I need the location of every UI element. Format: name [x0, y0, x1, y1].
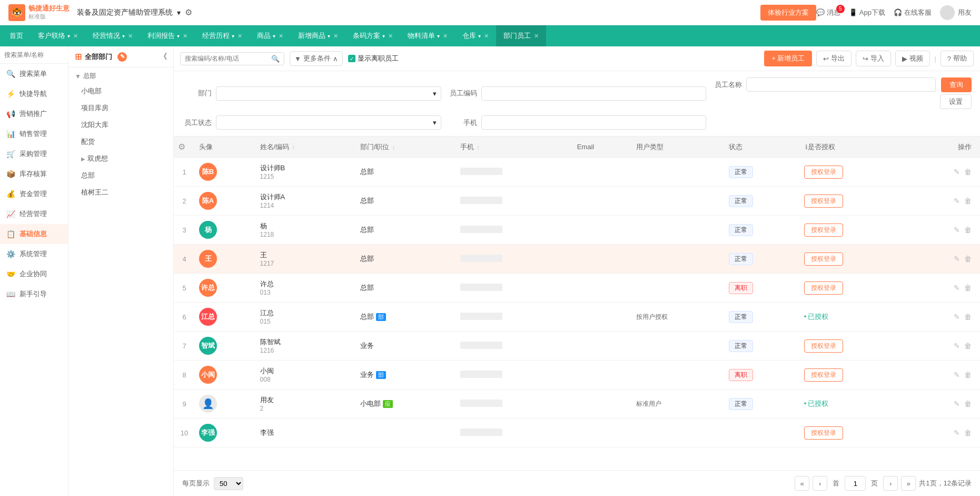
dept-item-headquarters[interactable]: 总部 — [68, 167, 173, 184]
settings-icon[interactable]: ⚙ — [178, 142, 185, 151]
edit-icon[interactable]: ✎ — [954, 313, 960, 321]
import-button[interactable]: ↪ 导入 — [856, 51, 891, 66]
sidebar-item-purchase[interactable]: 🛒采购管理 — [0, 144, 68, 164]
prev-page-button[interactable]: ‹ — [813, 476, 827, 491]
filter-button[interactable]: ▼ 更多条件 ∧ — [290, 51, 343, 66]
tab-history[interactable]: 经营历程▾✕ — [195, 25, 250, 46]
tab-operation[interactable]: 经营情况▾✕ — [85, 25, 140, 46]
messages-button[interactable]: 💬 消息 5 — [816, 8, 840, 17]
dept-collapse-icon[interactable]: 《 — [160, 52, 167, 62]
dept-item-shenyang[interactable]: 沈阳大库 — [68, 116, 173, 133]
edit-icon[interactable]: ✎ — [954, 226, 960, 234]
delete-icon[interactable]: 🗑 — [964, 400, 972, 408]
row-auth[interactable]: 授权登录 — [800, 216, 909, 245]
edit-icon[interactable]: ✎ — [954, 400, 960, 408]
sidebar-item-guide[interactable]: 📖新手引导 — [0, 284, 68, 304]
row-auth[interactable]: 授权登录 — [800, 419, 909, 448]
tab-close-icon[interactable]: ✕ — [484, 33, 489, 40]
row-auth[interactable]: 授权登录 — [800, 274, 909, 303]
dept-item-shuanghu[interactable]: ▶ 双虎想 — [68, 150, 173, 167]
sidebar-item-search[interactable]: 🔍搜索菜单 — [0, 64, 68, 84]
auth-button[interactable]: 授权登录 — [804, 426, 843, 440]
dept-item-planter[interactable]: 植树王二 — [68, 184, 173, 201]
video-button[interactable]: ▶ 视频 — [895, 51, 930, 66]
sidebar-item-finance[interactable]: 💰资金管理 — [0, 184, 68, 204]
edit-icon[interactable]: ✎ — [954, 197, 960, 205]
auth-button[interactable]: 授权登录 — [804, 339, 843, 353]
edit-icon[interactable]: ✎ — [954, 371, 960, 379]
tab-close-icon[interactable]: ✕ — [128, 33, 133, 40]
tab-profit[interactable]: 利润报告▾✕ — [140, 25, 195, 46]
delete-icon[interactable]: 🗑 — [964, 313, 972, 321]
export-button[interactable]: ↩ 导出 — [816, 51, 852, 66]
sidebar-item-collab[interactable]: 🤝企业协同 — [0, 264, 68, 284]
online-service-button[interactable]: 🎧 在线客服 — [894, 8, 932, 17]
tab-close-icon[interactable]: ✕ — [333, 33, 338, 40]
show-resigned-toggle[interactable]: ✓ 显示离职员工 — [348, 54, 399, 63]
tab-customer[interactable]: 客户联络▾✕ — [31, 25, 85, 46]
dept-item-small-elec[interactable]: 小电部 — [68, 83, 173, 100]
first-page-button[interactable]: « — [795, 476, 809, 491]
auth-button[interactable]: 授权登录 — [804, 252, 843, 266]
edit-icon[interactable]: ✎ — [954, 342, 960, 350]
tab-warehouse[interactable]: 仓库▾✕ — [455, 25, 496, 46]
query-button[interactable]: 查询 — [941, 77, 972, 92]
dept-edit-icon[interactable]: ✎ — [117, 52, 127, 62]
trial-button[interactable]: 体验行业方案 — [760, 5, 816, 21]
emp-name-input[interactable] — [746, 77, 936, 92]
last-page-button[interactable]: » — [901, 476, 916, 491]
edit-icon[interactable]: ✎ — [954, 168, 960, 176]
delete-icon[interactable]: 🗑 — [964, 342, 972, 350]
auth-button[interactable]: 授权登录 — [804, 368, 843, 382]
tab-close-icon[interactable]: ✕ — [443, 33, 448, 40]
row-auth[interactable]: 授权登录 — [800, 361, 909, 390]
edit-icon[interactable]: ✎ — [954, 429, 960, 437]
tab-close-icon[interactable]: ✕ — [183, 33, 187, 40]
row-auth[interactable]: 授权登录 — [800, 158, 909, 187]
tab-close-icon[interactable]: ✕ — [237, 33, 242, 40]
delete-icon[interactable]: 🗑 — [964, 255, 972, 263]
sidebar-item-inventory[interactable]: 📦库存核算 — [0, 164, 68, 184]
auth-button[interactable]: 授权登录 — [804, 166, 843, 179]
phone-input[interactable] — [481, 115, 707, 130]
row-auth[interactable]: 授权登录 — [800, 245, 909, 274]
dropdown-arrow-icon[interactable]: ▾ — [177, 8, 181, 17]
sidebar-item-system[interactable]: ⚙️系统管理 — [0, 244, 68, 264]
next-page-button[interactable]: › — [883, 476, 898, 491]
sidebar-item-marketing[interactable]: 📢营销推广 — [0, 104, 68, 124]
tab-goods[interactable]: 商品▾✕ — [250, 25, 291, 46]
delete-icon[interactable]: 🗑 — [964, 197, 972, 205]
auth-button[interactable]: 授权登录 — [804, 223, 843, 237]
sidebar-item-management[interactable]: 📈经营管理 — [0, 204, 68, 224]
delete-icon[interactable]: 🗑 — [964, 168, 972, 176]
row-auth[interactable]: 授权登录 — [800, 187, 909, 216]
page-size-select[interactable]: 50 20 100 — [214, 477, 243, 490]
help-button[interactable]: ? 帮助 — [941, 51, 974, 66]
tab-employees[interactable]: 部门员工✕ — [496, 25, 546, 46]
col-settings[interactable]: ⚙ — [174, 137, 195, 158]
search-input[interactable] — [185, 55, 269, 62]
col-phone[interactable]: 手机 ↕ — [456, 137, 573, 158]
delete-icon[interactable]: 🗑 — [964, 226, 972, 234]
dept-item-project[interactable]: 项目库房 — [68, 100, 173, 116]
row-auth[interactable]: 授权登录 — [800, 332, 909, 361]
tab-barcode[interactable]: 条码方案▾✕ — [345, 25, 400, 46]
page-input[interactable] — [845, 476, 866, 491]
auth-button[interactable]: 授权登录 — [804, 281, 843, 295]
dept-item-distribution[interactable]: 配货 — [68, 133, 173, 150]
delete-icon[interactable]: 🗑 — [964, 284, 972, 292]
col-name[interactable]: 姓名/编码 ↕ — [256, 137, 356, 158]
app-download-button[interactable]: 📱 App下载 — [849, 8, 885, 17]
gear-settings-icon[interactable]: ⚙ — [185, 7, 192, 17]
col-dept[interactable]: 部门/职位 ↕ — [356, 137, 456, 158]
sidebar-item-quick-nav[interactable]: ⚡快捷导航 — [0, 84, 68, 104]
edit-icon[interactable]: ✎ — [954, 255, 960, 263]
tab-close-icon[interactable]: ✕ — [534, 33, 539, 40]
dept-select[interactable]: ▾ — [216, 86, 441, 101]
tab-bom[interactable]: 物料清单▾✕ — [400, 25, 455, 46]
set-button[interactable]: 设置 — [940, 94, 972, 109]
user-area[interactable]: 用友 — [940, 5, 972, 20]
tab-close-icon[interactable]: ✕ — [73, 33, 78, 40]
add-employee-button[interactable]: + 新增员工 — [764, 51, 812, 66]
emp-status-select[interactable]: ▾ — [216, 115, 441, 130]
